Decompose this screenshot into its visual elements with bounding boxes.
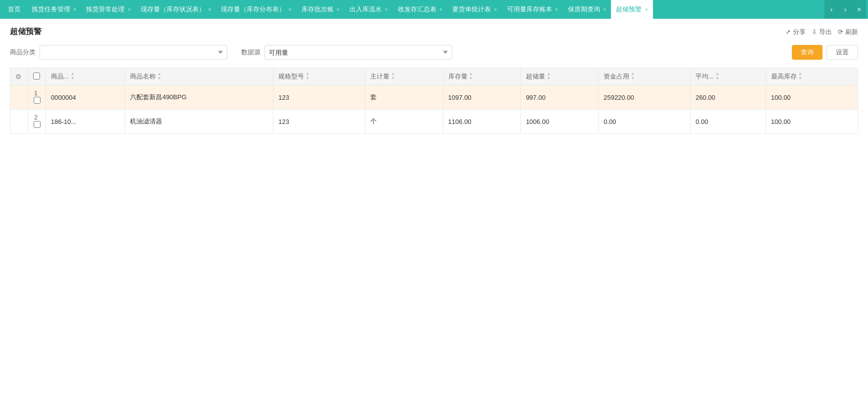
- row-spec-cell-1: 123: [273, 110, 365, 134]
- nav-tab-9[interactable]: 可用量库存账本 ×: [502, 0, 563, 19]
- nav-tab-4[interactable]: 现存量（库存分布表） ×: [216, 0, 296, 19]
- category-select[interactable]: [40, 45, 227, 60]
- col-header-stock[interactable]: 库存量 ▲▼: [443, 68, 521, 85]
- nav-tab-3[interactable]: 现存量（库存状况表） ×: [136, 0, 216, 19]
- col-header-capital[interactable]: 资金占用 ▲▼: [599, 68, 691, 85]
- table-row: 2 186-10... 机油滤清器 123 个 1106.00 1006.00 …: [10, 110, 858, 134]
- nav-tab-5[interactable]: 库存批次账 ×: [297, 0, 345, 19]
- nav-next-button[interactable]: ›: [838, 0, 852, 19]
- data-table: ⚙ 商品... ▲▼ 商品名称 ▲▼: [10, 68, 858, 134]
- nav-tab-1[interactable]: 拣货任务管理 ×: [27, 0, 81, 19]
- col-header-code[interactable]: 商品... ▲▼: [46, 68, 125, 85]
- close-tab-8-icon[interactable]: ×: [494, 6, 497, 12]
- close-tab-3-icon[interactable]: ×: [208, 6, 211, 12]
- row-overflow-cell-0: 997.00: [521, 85, 598, 110]
- nav-tab-label-8: 要货单统计表: [452, 5, 491, 14]
- query-button[interactable]: 查询: [792, 45, 823, 60]
- datasource-select[interactable]: 可用量 库存量: [264, 45, 452, 60]
- col-header-stock-label: 库存量 ▲▼: [448, 72, 473, 81]
- nav-tab-label-11: 超储预警: [616, 5, 642, 14]
- export-button[interactable]: ⇩ 导出: [812, 28, 832, 37]
- export-icon: ⇩: [812, 28, 817, 36]
- table-body: 1 0000004 六配套新昌490BPG 123 套 1097.00 997.…: [10, 85, 858, 134]
- col-header-capital-label: 资金占用 ▲▼: [604, 72, 635, 81]
- row-checkbox-0[interactable]: [34, 97, 41, 104]
- close-tab-11-icon[interactable]: ×: [645, 6, 648, 12]
- nav-tab-10[interactable]: 保质期查询 ×: [563, 0, 611, 19]
- close-tab-1-icon[interactable]: ×: [73, 6, 76, 12]
- export-label: 导出: [819, 28, 832, 37]
- col-avg-text: 平均...: [695, 72, 714, 81]
- col-header-gear: ⚙: [10, 68, 28, 85]
- col-stock-sort: ▲▼: [469, 72, 473, 81]
- close-tab-6-icon[interactable]: ×: [385, 6, 388, 12]
- col-header-spec[interactable]: 规格型号 ▲▼: [273, 68, 365, 85]
- close-tab-5-icon[interactable]: ×: [337, 6, 340, 12]
- settings-button[interactable]: 设置: [826, 45, 858, 60]
- nav-tab-2[interactable]: 拣货异常处理 ×: [81, 0, 135, 19]
- col-header-name[interactable]: 商品名称 ▲▼: [125, 68, 273, 85]
- share-icon: ➚: [785, 28, 791, 36]
- col-header-avg[interactable]: 平均... ▲▼: [691, 68, 766, 85]
- gear-settings-icon[interactable]: ⚙: [15, 73, 22, 80]
- nav-tab-label-2: 拣货异常处理: [86, 5, 125, 14]
- nav-tab-7[interactable]: 收发存汇总表 ×: [393, 0, 447, 19]
- row-name-cell-0: 六配套新昌490BPG: [125, 85, 273, 110]
- col-header-overflow[interactable]: 超储量 ▲▼: [521, 68, 598, 85]
- col-header-avg-label: 平均... ▲▼: [695, 72, 719, 81]
- col-header-checkbox: [28, 68, 46, 85]
- datasource-select-wrapper: 可用量 库存量: [264, 45, 452, 60]
- share-button[interactable]: ➚ 分享: [785, 28, 806, 37]
- col-avg-sort: ▲▼: [715, 72, 719, 81]
- row-avg-cell-0: 260.00: [691, 85, 766, 110]
- nav-tab-label-5: 库存批次账: [302, 5, 334, 14]
- col-header-code-label: 商品... ▲▼: [51, 72, 75, 81]
- nav-tab-label-6: 出入库流水: [349, 5, 382, 14]
- close-tab-10-icon[interactable]: ×: [603, 6, 606, 12]
- row-maxstock-cell-0: 100.00: [766, 85, 858, 110]
- col-header-spec-label: 规格型号 ▲▼: [278, 72, 309, 81]
- close-tab-4-icon[interactable]: ×: [288, 6, 291, 12]
- nav-close-button[interactable]: ×: [852, 0, 866, 19]
- row-maxstock-cell-1: 100.00: [766, 110, 858, 134]
- col-spec-sort: ▲▼: [305, 72, 309, 81]
- row-avg-cell-1: 0.00: [691, 110, 766, 134]
- row-checkbox-cell-0: 1: [28, 85, 46, 110]
- nav-tab-11[interactable]: 超储预警 ×: [611, 0, 652, 19]
- page-title: 超储预警: [10, 27, 42, 37]
- table-header: ⚙ 商品... ▲▼ 商品名称 ▲▼: [10, 68, 858, 85]
- col-capital-text: 资金占用: [604, 72, 629, 81]
- col-header-maxstock[interactable]: 最高库存 ▲▼: [766, 68, 858, 85]
- col-code-sort: ▲▼: [71, 72, 75, 81]
- row-num-0: 1: [34, 89, 38, 97]
- close-tab-2-icon[interactable]: ×: [128, 6, 130, 12]
- close-tab-7-icon[interactable]: ×: [439, 6, 442, 12]
- nav-home[interactable]: 首页: [2, 0, 27, 19]
- nav-prev-button[interactable]: ‹: [825, 0, 838, 19]
- row-capital-cell-1: 0.00: [599, 110, 691, 134]
- nav-tab-label-4: 现存量（库存分布表）: [221, 5, 285, 14]
- row-checkbox-cell-1: 2: [28, 110, 46, 134]
- top-nav: 首页 拣货任务管理 × 拣货异常处理 × 现存量（库存状况表） × 现存量（库存…: [0, 0, 868, 19]
- col-header-unit[interactable]: 主计量 ▲▼: [365, 68, 443, 85]
- nav-tab-label-3: 现存量（库存状况表）: [141, 5, 205, 14]
- share-label: 分享: [793, 28, 806, 37]
- col-maxstock-text: 最高库存: [771, 72, 797, 81]
- nav-tab-label-1: 拣货任务管理: [32, 5, 70, 14]
- row-stock-cell-0: 1097.00: [443, 85, 521, 110]
- nav-tab-6[interactable]: 出入库流水 ×: [345, 0, 392, 19]
- refresh-button[interactable]: ⟳ 刷新: [838, 28, 858, 37]
- col-overflow-text: 超储量: [526, 72, 545, 81]
- row-capital-cell-0: 259220.00: [599, 85, 691, 110]
- select-all-checkbox[interactable]: [33, 73, 40, 79]
- row-gear-cell-0: [10, 85, 28, 110]
- filter-datasource: 数据源 可用量 库存量: [237, 45, 452, 60]
- filter-category: 商品分类: [10, 45, 227, 60]
- close-tab-9-icon[interactable]: ×: [555, 6, 558, 12]
- row-code-cell-1: 186-10...: [46, 110, 125, 134]
- row-checkbox-1[interactable]: [34, 121, 41, 128]
- table-header-row: ⚙ 商品... ▲▼ 商品名称 ▲▼: [10, 68, 858, 85]
- nav-tab-8[interactable]: 要货单统计表 ×: [447, 0, 502, 19]
- col-spec-text: 规格型号: [278, 72, 304, 81]
- col-unit-sort: ▲▼: [391, 72, 395, 81]
